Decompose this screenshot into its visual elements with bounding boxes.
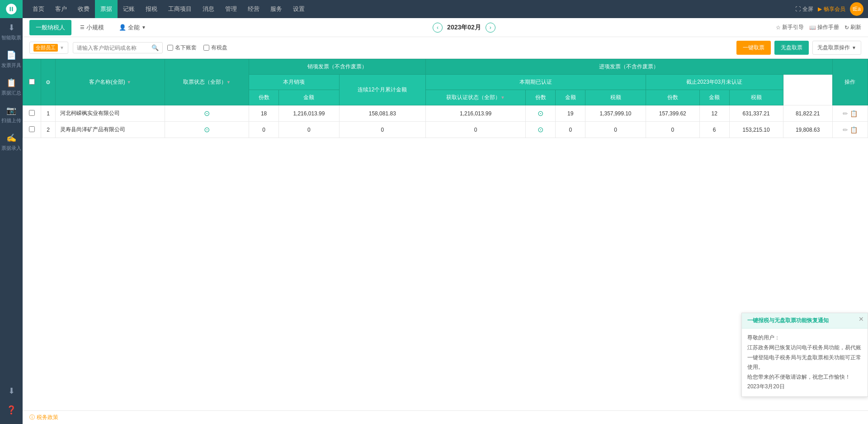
month-nav: ‹ 2023年02月 › xyxy=(155,23,774,33)
edit-icon[interactable]: ✏ xyxy=(843,126,848,133)
user-avatar[interactable]: tEa xyxy=(850,2,863,16)
toolbar-right: 一键取票 无盘取票 无盘取票操作 ▼ xyxy=(736,41,861,55)
row-ops: ✏ 📋 xyxy=(832,105,868,122)
row-uncert-amount: 631,337.21 xyxy=(729,105,783,122)
sidebar-item-invoice-summary[interactable]: 📋 票据汇总 xyxy=(0,73,23,101)
sidebar-item-smart-fetch[interactable]: ⬇ 智能取票 xyxy=(0,18,23,46)
search-input[interactable] xyxy=(77,45,149,51)
checkbox-taxdisk-input[interactable] xyxy=(203,45,209,51)
cumulative-link[interactable]: 1,216,013.99 xyxy=(460,110,491,117)
manual-btn[interactable]: 📖 操作手册 xyxy=(809,24,839,31)
help-icon: ❓ xyxy=(6,405,16,415)
select-all-checkbox[interactable] xyxy=(29,79,35,85)
sidebar-item-download[interactable]: ⬇ xyxy=(0,381,23,400)
row-ops: ✏ 📋 xyxy=(832,122,868,138)
search-box: 🔍 xyxy=(73,42,163,53)
nav-business[interactable]: 工商项目 xyxy=(163,0,197,18)
nav-invoice[interactable]: 票据 xyxy=(95,0,118,18)
guide-btn[interactable]: ☆ 新手引导 xyxy=(776,24,804,31)
guide-icon: ☆ xyxy=(776,24,781,31)
tab-actions: ☆ 新手引导 📖 操作手册 ↻ 刷新 xyxy=(776,24,861,31)
employee-dropdown-icon: ▼ xyxy=(60,45,64,50)
dl-icon: ⬇ xyxy=(8,386,15,396)
sidebar-label-invoice-summary: 票据汇总 xyxy=(1,90,21,96)
search-icon[interactable]: 🔍 xyxy=(151,44,159,51)
status-filter-icon[interactable]: ▼ xyxy=(226,80,231,85)
th-cert-tax: 税额 xyxy=(585,90,646,105)
scan-icon: 📷 xyxy=(6,105,16,115)
row-cumulative: 0 xyxy=(425,122,525,138)
member-btn[interactable]: ▶ 畅享会员 xyxy=(818,5,845,13)
nav-customer[interactable]: 客户 xyxy=(50,0,72,18)
toolbar: 全部员工 ▼ 🔍 名下账套 有税盘 一键取票 无盘取票 无盘取票操作 ▼ xyxy=(23,37,868,59)
nav-message[interactable]: 消息 xyxy=(197,0,220,18)
sidebar-label-issue-invoice: 发票开具 xyxy=(1,62,21,69)
row-uncert-tax: 19,808.63 xyxy=(783,122,832,138)
all-dropdown-icon: ▼ xyxy=(142,25,146,30)
nav-settings[interactable]: 设置 xyxy=(288,0,310,18)
next-month-btn[interactable]: › xyxy=(486,23,495,33)
member-icon: ▶ xyxy=(818,6,822,12)
row-status: ⊙ xyxy=(165,105,249,122)
row-status: ⊙ xyxy=(165,122,249,138)
th-uncertified: 截止2023年03月未认证 xyxy=(646,75,783,90)
checkbox-group: 名下账套 有税盘 xyxy=(167,44,227,52)
sidebar-item-scan-upload[interactable]: 📷 扫描上传 xyxy=(0,101,23,129)
nav-finance[interactable]: 经营 xyxy=(242,0,265,18)
customer-filter-icon[interactable]: ▼ xyxy=(127,80,131,85)
no-disk-ops-btn[interactable]: 无盘取票操作 ▼ xyxy=(812,41,861,55)
sidebar-bottom: ⬇ ❓ xyxy=(0,381,23,424)
row-checkbox[interactable] xyxy=(23,122,41,138)
employee-select[interactable]: 全部员工 ▼ xyxy=(29,42,68,54)
checkbox-account[interactable]: 名下账套 xyxy=(167,44,197,52)
fullscreen-btn[interactable]: ⛶ 全屏 xyxy=(795,5,813,13)
cert-filter-icon[interactable]: ▼ xyxy=(500,95,505,100)
sidebar-item-help[interactable]: ❓ xyxy=(0,400,23,419)
th-cert-count: 份数 xyxy=(526,90,556,105)
status-check-icon: ⊙ xyxy=(204,126,210,133)
nav-manage[interactable]: 管理 xyxy=(220,0,242,18)
th-sales-group: 销项发票（不含作废票） xyxy=(249,59,426,75)
status-check-icon: ⊙ xyxy=(204,110,210,117)
app-logo[interactable] xyxy=(0,0,23,18)
no-disk-fetch-btn[interactable]: 无盘取票 xyxy=(774,41,809,55)
notification-close-btn[interactable]: ✕ xyxy=(859,315,864,323)
row-checkbox[interactable] xyxy=(23,105,41,122)
top-nav: 首页 客户 收费 票据 记账 报税 工商项目 消息 管理 经营 服务 设置 ⛶ … xyxy=(23,0,868,18)
row-sales-amount: 0 xyxy=(279,122,340,138)
cert-check-icon: ⊙ xyxy=(538,126,543,133)
top-nav-right: ⛶ 全屏 ▶ 畅享会员 tEa xyxy=(795,2,863,16)
row-sales-count: 18 xyxy=(249,105,279,122)
th-cumulative: 连续12个月累计金额 xyxy=(339,75,425,105)
detail-icon[interactable]: 📋 xyxy=(850,126,858,133)
summary-icon: 📋 xyxy=(6,78,16,88)
nav-home[interactable]: 首页 xyxy=(27,0,50,18)
th-cert-status: 获取认证状态（全部）▼ xyxy=(425,90,525,105)
notification-popup: ✕ 一键报税与无盘取票功能恢复通知 尊敬的用户：江苏政务网已恢复访问电子税务局功… xyxy=(741,313,868,397)
edit-icon[interactable]: ✏ xyxy=(843,110,848,117)
small-icon: ☰ xyxy=(80,24,85,30)
detail-icon[interactable]: 📋 xyxy=(850,110,858,117)
checkbox-taxdisk[interactable]: 有税盘 xyxy=(203,44,227,52)
nav-billing[interactable]: 收费 xyxy=(72,0,95,18)
invoice-icon: 📄 xyxy=(6,50,16,60)
tax-policy-bar[interactable]: ⓘ 税务政策 xyxy=(23,410,868,424)
nav-service[interactable]: 服务 xyxy=(265,0,288,18)
nav-tax[interactable]: 报税 xyxy=(140,0,163,18)
cert-check-icon: ⊙ xyxy=(538,110,543,117)
th-customer-name: 客户名称(全部) ▼ xyxy=(56,59,165,105)
nav-bookkeeping[interactable]: 记账 xyxy=(118,0,140,18)
th-certified: 本期期已认证 xyxy=(425,75,646,90)
sidebar-item-data-entry[interactable]: ✍ 票据录入 xyxy=(0,129,23,156)
tax-info-icon: ⓘ xyxy=(29,414,35,421)
one-click-fetch-btn[interactable]: 一键取票 xyxy=(736,41,771,55)
refresh-btn[interactable]: ↻ 刷新 xyxy=(844,24,861,31)
manual-icon: 📖 xyxy=(809,24,816,31)
tab-general[interactable]: 一般纳税人 xyxy=(29,20,71,35)
tab-small[interactable]: ☰ 小规模 xyxy=(74,20,110,35)
prev-month-btn[interactable]: ‹ xyxy=(433,23,443,33)
tab-all[interactable]: 👤 全能 ▼ xyxy=(113,20,152,35)
row-cert-count: 0 xyxy=(556,122,585,138)
checkbox-account-input[interactable] xyxy=(167,45,173,51)
sidebar-item-issue-invoice[interactable]: 📄 发票开具 xyxy=(0,46,23,73)
